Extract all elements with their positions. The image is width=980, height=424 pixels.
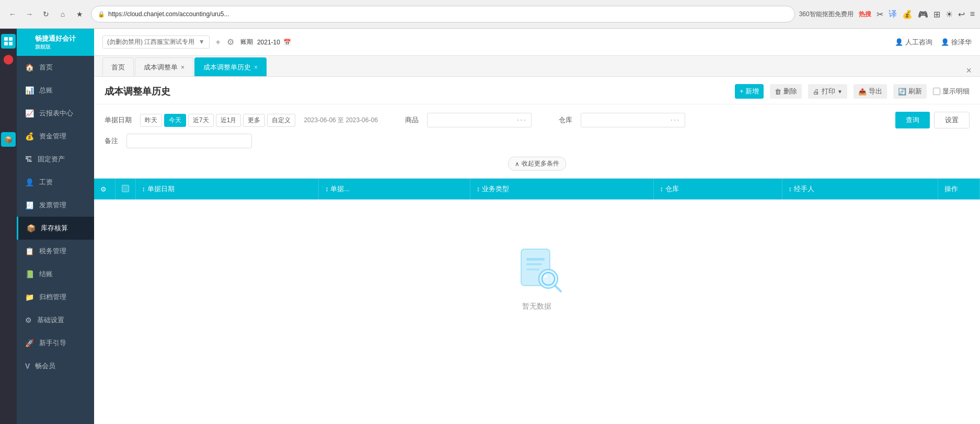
refresh-button[interactable]: ↻ [39,7,53,21]
page-body: 成本调整单历史 + 新增 🗑 删除 🖨 打印 ▼ 📤 [94,77,980,424]
sidebar-item-fixed-assets[interactable]: 🏗 固定资产 [17,148,94,171]
inventory-icon[interactable]: 📦 [1,132,16,147]
sidebar-item-settings[interactable]: ⚙ 基础设置 [17,309,94,332]
product-more-icon: ··· [516,115,526,125]
icon-sidebar: ⬤ 📦 [0,29,17,424]
main-sidebar: 畅捷通好会计 旗舰版 🏠 首页 📊 总账 📈 云报表中心 💰 资金管理 [17,29,94,424]
sidebar-label-home: 首页 [39,63,53,72]
window-close-icon[interactable]: × [966,65,972,76]
lock-icon: 🔒 [98,11,105,18]
browser-chrome: ← → ↻ ⌂ ★ 🔒 https://cloud.chanjet.com/ac… [0,0,980,29]
assets-icon: 🏗 [25,155,32,163]
tab-cost-adjustment-history[interactable]: 成本调整单历史 × [194,57,267,76]
sidebar-item-vip[interactable]: V 畅会员 [17,355,94,378]
th-handler[interactable]: ↕ 经手人 [782,179,938,199]
th-date[interactable]: ↕ 单据日期 [135,179,319,199]
page-title: 成本调整单历史 [105,85,170,98]
header-checkbox[interactable] [122,185,129,192]
th-checkbox[interactable] [115,179,135,199]
weibo-icon[interactable]: ⬤ [1,52,16,66]
tab-cost-hist-close[interactable]: × [254,64,258,71]
brightness-icon: ☀ [946,9,953,19]
th-doc-num-label: ↕ 单据... [325,185,350,193]
forward-button[interactable]: → [22,7,37,21]
btn-more[interactable]: 更多 [243,114,265,127]
bookmark-button[interactable]: ★ [72,7,87,21]
add-company-icon[interactable]: + [216,38,221,47]
new-button[interactable]: + 新增 [735,84,764,99]
export-icon: 📤 [858,88,867,96]
delete-button[interactable]: 🗑 删除 [770,84,802,99]
sidebar-nav: 🏠 首页 📊 总账 📈 云报表中心 💰 资金管理 🏗 固定资产 👤 工资 [17,56,94,424]
btn-1month[interactable]: 近1月 [216,114,241,127]
back-button[interactable]: ← [5,7,20,21]
tab-home[interactable]: 首页 [102,57,134,76]
warehouse-more-icon: ··· [670,115,680,125]
tab-cost-adj-label: 成本调整单 [144,63,178,72]
app-header-right: 👤 人工咨询 👤 徐泽华 [895,38,972,47]
game-icon: 🎮 [918,9,928,19]
sidebar-item-general-ledger[interactable]: 📊 总账 [17,79,94,102]
btn-custom[interactable]: 自定义 [267,114,295,127]
date-quick-buttons: 昨天 今天 近7天 近1月 更多 自定义 [140,114,295,127]
sidebar-label-invoice: 发票管理 [39,201,66,210]
sidebar-item-inventory[interactable]: 📦 库存核算 [17,217,94,240]
settings-header-icon[interactable]: ⚙ [227,37,234,47]
th-settings[interactable]: ⚙ [94,179,115,199]
guide-icon: 🚀 [25,339,34,347]
setup-button[interactable]: 设置 [934,112,970,128]
product-filter-label: 商品 [405,115,419,125]
company-selector[interactable]: (勿删勿禁用) 江西服宝测试专用 ▼ [102,36,210,49]
sidebar-label-settings: 基础设置 [37,315,64,325]
query-button[interactable]: 查询 [895,112,930,128]
sidebar-item-archive[interactable]: 📁 归档管理 [17,286,94,309]
grid-icon: ⊞ [933,9,940,19]
collapse-button[interactable]: ∧ 收起更多条件 [508,157,566,171]
empty-row: 暂无数据 [94,199,980,353]
page-title-bar: 成本调整单历史 + 新增 🗑 删除 🖨 打印 ▼ 📤 [94,77,980,104]
btn-today[interactable]: 今天 [164,114,186,127]
svg-rect-6 [526,258,545,261]
refresh-button[interactable]: 🔄 刷新 [893,84,927,99]
filter-row-2: 备注 [105,134,970,148]
print-button[interactable]: 🖨 打印 ▼ [808,84,847,99]
sidebar-item-payroll[interactable]: 👤 工资 [17,171,94,194]
period-value: 2021-10 [257,39,280,46]
sidebar-item-home[interactable]: 🏠 首页 [17,56,94,79]
remark-input[interactable] [126,134,252,148]
user-profile[interactable]: 👤 徐泽华 [941,38,972,47]
show-detail-toggle[interactable]: 显示明细 [933,87,970,96]
tab-cost-adj-close[interactable]: × [181,64,185,71]
th-warehouse[interactable]: ↕ 仓库 [653,179,782,199]
period-selector[interactable]: 账期 2021-10 📅 [240,38,291,46]
sidebar-item-invoice[interactable]: 🧾 发票管理 [17,194,94,217]
th-biz-type-label: ↕ 业务类型 [477,185,509,193]
home-button[interactable]: ⌂ [55,7,70,21]
btn-yesterday[interactable]: 昨天 [140,114,162,127]
show-detail-label: 显示明细 [942,87,970,96]
sidebar-item-closing[interactable]: 📗 结账 [17,263,94,286]
svg-rect-1 [9,37,13,41]
undo-icon: ↩ [958,9,965,19]
sidebar-item-cloud-reports[interactable]: 📈 云报表中心 [17,102,94,125]
sidebar-item-guide[interactable]: 🚀 新手引导 [17,332,94,355]
table-body: 暂无数据 [94,199,980,353]
customer-service[interactable]: 👤 人工咨询 [895,38,932,47]
sidebar-item-fund-mgmt[interactable]: 💰 资金管理 [17,125,94,148]
svg-rect-3 [9,42,13,45]
browser-right-tools: 360智能抠图免费用 热搜 ✂ 译 💰 🎮 ⊞ ☀ ↩ ≡ [799,9,975,20]
product-selector[interactable]: ··· [427,113,532,127]
sidebar-label-closing: 结账 [39,269,53,279]
svg-rect-2 [4,42,8,45]
export-button[interactable]: 📤 导出 [854,84,887,99]
th-doc-number[interactable]: ↕ 单据... [319,179,470,199]
tab-cost-adjustment[interactable]: 成本调整单 × [135,57,193,76]
detail-checkbox[interactable] [933,88,940,95]
address-bar[interactable]: 🔒 https://cloud.chanjet.com/accounting/u… [91,6,795,22]
sidebar-item-tax[interactable]: 📋 税务管理 [17,240,94,263]
th-warehouse-label: ↕ 仓库 [660,185,679,193]
warehouse-selector[interactable]: ··· [581,113,685,127]
btn-7days[interactable]: 近7天 [188,114,214,127]
sidebar-label-tax: 税务管理 [39,246,66,256]
th-biz-type[interactable]: ↕ 业务类型 [470,179,653,199]
